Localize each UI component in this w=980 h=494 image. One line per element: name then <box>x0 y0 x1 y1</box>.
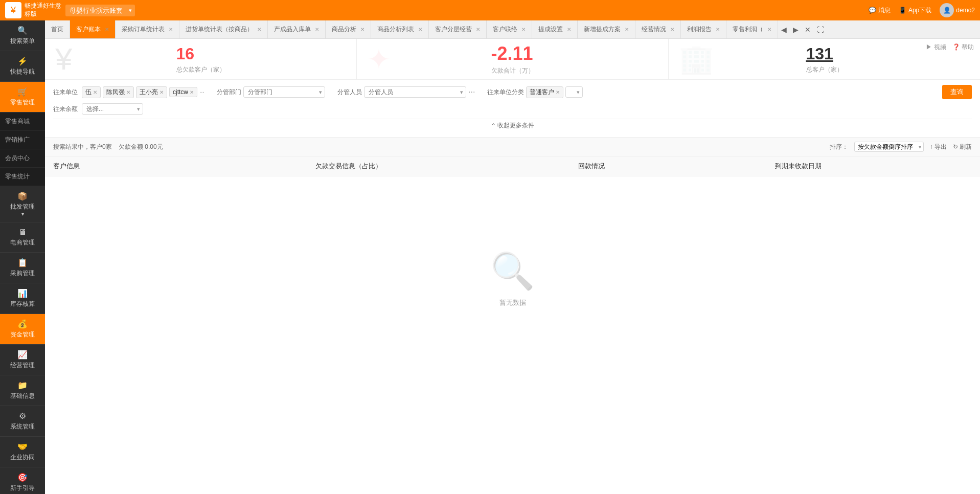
refresh-btn[interactable]: ↻ 刷新 <box>953 143 972 151</box>
more-tags-btn[interactable]: ··· <box>199 88 204 96</box>
tab-nav-close-all[interactable]: ✕ <box>802 20 814 39</box>
export-btn[interactable]: ↑ 导出 <box>930 143 947 151</box>
tab-product-analysis-list-close[interactable]: ✕ <box>418 27 422 32</box>
tab-purchase-order[interactable]: 采购订单统计表 ✕ <box>116 20 179 39</box>
collapse-btn[interactable]: ⌃ 收起更多条件 <box>491 121 534 130</box>
sidebar-item-basic-info[interactable]: 📁 基础信息 <box>0 375 45 406</box>
basic-info-icon: 📁 <box>3 380 42 390</box>
results-bar-right: 排序： 按欠款金额倒序排序 ↑ 导出 ↻ 刷新 <box>830 142 972 152</box>
app-icon: 📱 <box>899 7 906 14</box>
sidebar-sub-retail-mall[interactable]: 零售商城 <box>0 113 45 131</box>
message-btn[interactable]: 💬 消息 <box>869 6 891 15</box>
help-btn[interactable]: ❓ 帮助 <box>952 43 974 52</box>
tab-customer-balance-close[interactable]: ✕ <box>105 27 109 32</box>
person-more-btn[interactable]: ··· <box>468 87 475 97</box>
filter-tag-2: 陈民强 ✕ <box>103 86 134 98</box>
new-user-guide-icon: 🎯 <box>3 473 42 482</box>
stat-customers-label: 总欠款客户（家） <box>176 65 225 74</box>
dept-select-wrap[interactable]: 分管部门 <box>243 86 325 98</box>
sidebar-sub-retail-stats[interactable]: 零售统计 <box>0 168 45 186</box>
person-label: 分管人员 <box>337 88 362 97</box>
sidebar-item-label: 库存核算 <box>3 300 42 308</box>
filter-tag-3-close[interactable]: ✕ <box>159 89 164 95</box>
tab-new-promotion-plan-close[interactable]: ✕ <box>625 27 629 32</box>
empty-icon: 🔍 <box>490 250 535 292</box>
sidebar-sub-marketing[interactable]: 营销推广 <box>0 131 45 149</box>
tab-inbound-stats-close[interactable]: ✕ <box>257 27 261 32</box>
balance-select-wrap[interactable]: 选择... <box>82 103 143 115</box>
tab-profit-report-close[interactable]: ✕ <box>716 27 720 32</box>
sidebar-item-ecommerce-mgmt[interactable]: 🖥 电商管理 <box>0 222 45 253</box>
tab-promotion-settings-close[interactable]: ✕ <box>567 27 571 32</box>
tab-product-analysis-close[interactable]: ✕ <box>360 27 364 32</box>
sidebar-item-quick-nav[interactable]: ⚡ 快捷导航 <box>0 51 45 82</box>
query-button[interactable]: 查询 <box>942 85 972 99</box>
refresh-icon: ↻ <box>953 143 958 150</box>
sidebar-item-inventory-check[interactable]: 📊 库存核算 <box>0 283 45 314</box>
col-repayment: 回款情况 <box>578 162 775 171</box>
page-content: ¥ 16 总欠款客户（家） ✦ -2.11 欠款合计（万） <box>45 39 980 494</box>
tab-nav-prev[interactable]: ◀ <box>778 20 790 39</box>
tab-production-inbound-close[interactable]: ✕ <box>315 27 319 32</box>
filter-tag-class-1-close[interactable]: ✕ <box>556 89 560 95</box>
unit-class-select-wrap[interactable] <box>565 86 583 98</box>
org-selector[interactable]: 母婴行业演示账套 <box>65 5 135 16</box>
sidebar-item-system-mgmt[interactable]: ⚙ 系统管理 <box>0 406 45 437</box>
sidebar-item-search-menu[interactable]: 🔍 搜索菜单 <box>0 20 45 51</box>
tab-business-situation[interactable]: 经营情况 ✕ <box>635 20 681 39</box>
person-select[interactable]: 分管人员 <box>364 86 466 98</box>
tab-purchase-order-label: 采购订单统计表 <box>122 25 165 34</box>
tab-retail-profit-close[interactable]: ✕ <box>767 27 771 32</box>
stat-bg-icon-debt: ✦ <box>367 43 391 76</box>
search-menu-icon: 🔍 <box>3 26 42 35</box>
sidebar-sub-member-center[interactable]: 会员中心 <box>0 149 45 168</box>
user-menu[interactable]: 👤 demo2 <box>940 3 975 17</box>
collapse-icon: ⌃ <box>491 122 496 129</box>
filter-tag-2-close[interactable]: ✕ <box>126 89 130 95</box>
stat-top-right-actions: ▶ 视频 ❓ 帮助 <box>926 43 974 52</box>
tab-business-situation-close[interactable]: ✕ <box>670 27 674 32</box>
balance-select[interactable]: 选择... <box>82 103 143 115</box>
logo-icon: ¥ <box>5 2 21 18</box>
tab-home[interactable]: 首页 <box>45 20 70 39</box>
filter-tag-1: 伍 ✕ <box>82 86 101 98</box>
tab-customer-segment-close[interactable]: ✕ <box>476 27 480 32</box>
sidebar-item-wholesale-mgmt[interactable]: 📦 批发管理 ▾ <box>0 186 45 222</box>
tab-customer-contact-close[interactable]: ✕ <box>521 27 526 32</box>
filter-tag-4-close[interactable]: ✕ <box>190 89 194 95</box>
tab-retail-profit[interactable]: 零售利润（ ✕ <box>726 20 778 39</box>
dept-select[interactable]: 分管部门 <box>243 86 325 98</box>
stat-debt-text: -2.11 欠款合计（万） <box>491 43 534 75</box>
sidebar-item-label: 快捷导航 <box>3 68 42 76</box>
tab-inbound-stats[interactable]: 进货单统计表（按商品） ✕ <box>179 20 268 39</box>
tab-new-promotion-plan[interactable]: 新增提成方案 ✕ <box>578 20 635 39</box>
sidebar-item-new-user-guide[interactable]: 🎯 新手引导 <box>0 467 45 494</box>
tab-promotion-settings[interactable]: 提成设置 ✕ <box>532 20 578 39</box>
tab-profit-report[interactable]: 利润报告 ✕ <box>681 20 726 39</box>
video-btn[interactable]: ▶ 视频 <box>926 43 946 52</box>
tab-customer-segment[interactable]: 客户分层经营 ✕ <box>429 20 487 39</box>
tab-purchase-order-close[interactable]: ✕ <box>169 27 173 32</box>
sidebar-item-capital-mgmt[interactable]: 💰 资金管理 <box>0 314 45 345</box>
sidebar-item-enterprise-collab[interactable]: 🤝 企业协同 <box>0 437 45 467</box>
tab-production-inbound[interactable]: 产成品入库单 ✕ <box>268 20 326 39</box>
stats-bar: ¥ 16 总欠款客户（家） ✦ -2.11 欠款合计（万） <box>45 39 980 80</box>
enterprise-collab-icon: 🤝 <box>3 442 42 452</box>
person-select-wrap[interactable]: 分管人员 <box>364 86 466 98</box>
tab-nav-next[interactable]: ▶ <box>790 20 802 39</box>
tab-product-analysis[interactable]: 商品分析 ✕ <box>326 20 371 39</box>
tab-customer-contact[interactable]: 客户联络 ✕ <box>487 20 532 39</box>
sidebar-item-retail-mgmt[interactable]: 🛒 零售管理 <box>0 82 45 113</box>
tab-customer-balance[interactable]: 客户账本 ✕ <box>70 20 116 39</box>
unit-class-select[interactable] <box>565 86 583 98</box>
app-download-btn[interactable]: 📱 App下载 <box>899 6 931 15</box>
tab-nav-expand[interactable]: ⛶ <box>814 20 827 39</box>
sidebar-item-business-mgmt[interactable]: 📈 经营管理 <box>0 345 45 375</box>
org-selector-wrap[interactable]: 母婴行业演示账套 <box>65 5 135 16</box>
sort-select-wrap[interactable]: 按欠款金额倒序排序 <box>854 142 924 152</box>
sidebar-item-label: 资金管理 <box>3 330 42 339</box>
tab-product-analysis-list[interactable]: 商品分析列表 ✕ <box>371 20 429 39</box>
sidebar-item-purchase-mgmt[interactable]: 📋 采购管理 <box>0 253 45 283</box>
filter-tag-1-close[interactable]: ✕ <box>93 89 97 95</box>
sort-select[interactable]: 按欠款金额倒序排序 <box>854 142 924 152</box>
